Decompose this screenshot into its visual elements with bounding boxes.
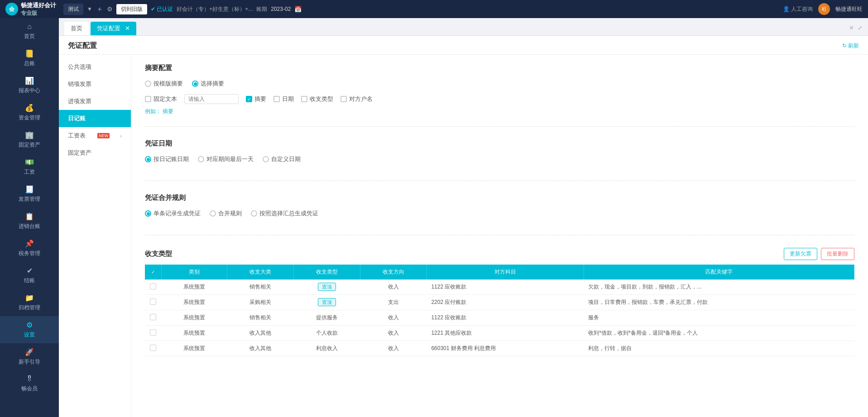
tab-close-icon[interactable]: ✕	[125, 25, 130, 32]
tax-icon: 📌	[25, 239, 34, 248]
tab-voucher-label: 凭证配置	[97, 25, 120, 32]
ledger-icon: 📒	[25, 49, 34, 58]
checkbox-box-fixed	[145, 96, 151, 102]
invoice-icon: 🧾	[25, 185, 34, 194]
salary-icon: 💵	[25, 158, 34, 166]
sidebar-item-assets[interactable]: 🏢 固定资产	[0, 126, 59, 153]
col-checkbox[interactable]: ✓	[145, 265, 161, 280]
radio-template-summary[interactable]: 按模版摘要	[145, 80, 183, 88]
sidebar-label-archive: 归档管理	[19, 304, 40, 312]
radio-dot-merge	[210, 210, 216, 217]
checkbox-summary[interactable]: ✓ 摘要	[246, 95, 266, 103]
summary-checkbox-group: 固定文本 ✓ 摘要 日期 收支类型	[145, 94, 854, 104]
radio-summary-voucher[interactable]: 按照选择汇总生成凭证	[251, 209, 318, 218]
left-nav-fixed-assets[interactable]: 固定资产	[59, 144, 131, 161]
sidebar-item-invoice[interactable]: 🧾 发票管理	[0, 180, 59, 208]
left-nav-salary-table[interactable]: 工资表 NEW ›	[59, 127, 131, 144]
sidebar-label-tax: 税务管理	[19, 250, 40, 257]
income-expense-table: ✓ 类别 收支大类 收支类型 收支方向 对方科目 匹配关键字	[145, 265, 854, 356]
checkbox-income-type[interactable]: 收支类型	[301, 95, 333, 103]
row-subject-3: 1221 其他应收款	[427, 326, 584, 341]
logo-icon: 会	[5, 3, 18, 15]
support-btn[interactable]: 👤 人工咨询	[783, 5, 813, 13]
sidebar-item-settings[interactable]: ⚙ 设置	[0, 316, 59, 343]
window-minimize-icon[interactable]: ✕	[849, 24, 854, 31]
tab-bar: 首页 凭证配置 ✕ ✕ ⤢	[59, 18, 868, 36]
type-tag-1[interactable]: 置顶	[318, 298, 336, 306]
sidebar-label-assets: 固定资产	[19, 141, 40, 149]
radio-single-record[interactable]: 单条记录生成凭证	[145, 209, 201, 218]
row-major-4: 收入其他	[227, 341, 293, 356]
test-tab[interactable]: 测试	[63, 4, 83, 15]
row-checkbox-3[interactable]	[145, 326, 161, 341]
sidebar-item-salary[interactable]: 💵 工资	[0, 153, 59, 180]
radio-by-journal-date[interactable]: 按日记账日期	[145, 155, 189, 163]
switch-version-button[interactable]: 切到旧版	[116, 4, 147, 14]
left-nav-public[interactable]: 公共选项	[59, 58, 131, 76]
sidebar-item-member[interactable]: 🎖 畅会员	[0, 370, 59, 397]
update-button[interactable]: 更新欠票	[784, 248, 817, 260]
row-direction-1: 支出	[360, 295, 427, 310]
row-checkbox-2[interactable]	[145, 310, 161, 326]
sidebar-item-home[interactable]: ⌂ 首页	[0, 18, 59, 45]
row-type-4: 利息收入	[293, 341, 360, 356]
sidebar-item-archive[interactable]: 📁 归档管理	[0, 289, 59, 316]
sidebar-item-guide[interactable]: 🚀 新手引导	[0, 343, 59, 370]
left-nav-sales-invoice[interactable]: 销项发票	[59, 76, 131, 93]
sidebar-label-member: 畅会员	[21, 385, 38, 393]
row-subject-0: 1122 应收账款	[427, 280, 584, 295]
user-name: 畅捷通旺旺	[835, 5, 863, 13]
sidebar-item-tax[interactable]: 📌 税务管理	[0, 235, 59, 262]
fixed-text-input[interactable]	[184, 94, 239, 104]
type-tag-0[interactable]: 置顶	[318, 283, 336, 291]
row-checkbox-1[interactable]	[145, 295, 161, 310]
left-nav-purchase-invoice[interactable]: 进项发票	[59, 93, 131, 110]
guide-icon: 🚀	[25, 348, 34, 356]
merge-title: 凭证合并规则	[145, 194, 854, 202]
left-nav-public-label: 公共选项	[68, 63, 91, 71]
row-category-1: 系统预置	[161, 295, 227, 310]
radio-period-last-day[interactable]: 对应期间最后一天	[198, 155, 254, 163]
funds-icon: 💰	[25, 104, 34, 112]
table-row: 系统预置 收入其他 利息收入 收入 660301 财务费用 利息费用 利息，行转…	[145, 341, 854, 356]
calendar-icon[interactable]: 📅	[294, 6, 302, 13]
table-actions: 更新欠票 批量删除	[784, 248, 854, 260]
row-checkbox-0[interactable]	[145, 280, 161, 295]
settings-icon[interactable]: ⚙	[107, 5, 113, 13]
add-icon[interactable]: ＋	[96, 5, 103, 14]
radio-dot-template	[145, 81, 151, 87]
checkbox-date[interactable]: 日期	[273, 95, 294, 103]
row-major-3: 收入其他	[227, 326, 293, 341]
date-section: 凭证日期 按日记账日期 对应期间最后一天 自定义日期	[145, 139, 854, 181]
example-text: 例如： 摘要	[145, 108, 854, 115]
left-nav-journal[interactable]: 日记账	[59, 110, 131, 127]
radio-merge-rules[interactable]: 合并规则	[210, 209, 242, 218]
sidebar-label-sales: 进销台账	[19, 223, 40, 230]
checkbox-box-income	[301, 96, 307, 102]
dropdown-arrow-icon[interactable]: ▼	[87, 6, 92, 12]
sidebar-label-guide: 新手引导	[19, 358, 40, 366]
tab-home[interactable]: 首页	[64, 22, 89, 35]
merge-section: 凭证合并规则 单条记录生成凭证 合并规则 按照选择汇总生成凭证	[145, 194, 854, 235]
content-header: 凭证配置 ↻ 刷新	[59, 36, 868, 55]
sidebar-item-ledger[interactable]: 📒 总账	[0, 45, 59, 72]
radio-select-summary[interactable]: 选择摘要	[192, 80, 224, 88]
tab-voucher-config[interactable]: 凭证配置 ✕	[91, 22, 136, 35]
radio-dot-last-day	[198, 156, 204, 162]
app-name: 畅捷通好会计	[21, 1, 56, 9]
checkbox-counterparty[interactable]: 对方户名	[340, 95, 373, 103]
radio-custom-date[interactable]: 自定义日期	[263, 155, 301, 163]
period-label: 账期	[256, 5, 267, 13]
sales-icon: 📋	[25, 212, 34, 221]
sidebar-item-close[interactable]: ✔ 结账	[0, 262, 59, 289]
sidebar-item-reports[interactable]: 📊 报表中心	[0, 72, 59, 99]
refresh-button[interactable]: ↻ 刷新	[842, 42, 859, 50]
avatar[interactable]: 旺	[818, 3, 830, 15]
row-checkbox-4[interactable]	[145, 341, 161, 356]
row-subject-2: 1122 应收账款	[427, 310, 584, 326]
checkbox-fixed-text[interactable]: 固定文本	[145, 95, 177, 103]
sidebar-item-sales[interactable]: 📋 进销台账	[0, 208, 59, 235]
window-maximize-icon[interactable]: ⤢	[858, 24, 863, 31]
sidebar-item-funds[interactable]: 💰 资金管理	[0, 99, 59, 126]
delete-button[interactable]: 批量删除	[821, 248, 854, 260]
